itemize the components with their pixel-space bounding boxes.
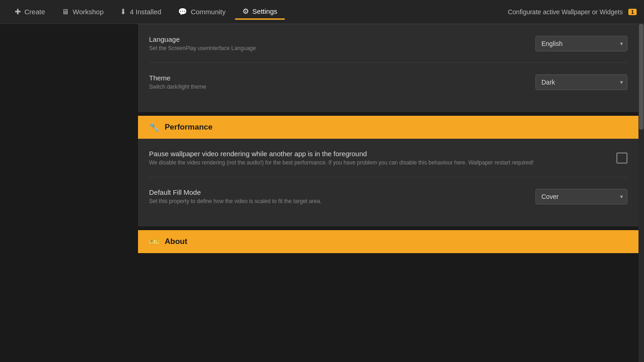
scrollbar-track[interactable] xyxy=(638,24,644,362)
pause-title: Pause wallpaper video rendering while an… xyxy=(149,150,605,158)
performance-title: Performance xyxy=(165,123,213,132)
left-sidebar-area xyxy=(0,24,138,362)
about-panel: 🎫 About xyxy=(138,230,638,253)
nav-workshop-label: Workshop xyxy=(73,8,104,16)
language-row: Language Set the ScreenPlay userinterfac… xyxy=(149,24,627,63)
fill-mode-select[interactable]: Cover Contain Stretch Tile xyxy=(535,189,627,204)
theme-label-group: Theme Switch dark/light theme xyxy=(149,74,206,90)
fill-mode-description: Set this property to define how the vide… xyxy=(149,198,322,204)
configure-badge[interactable]: 1 xyxy=(628,9,637,15)
workshop-icon: 🖥 xyxy=(62,8,69,16)
language-select[interactable]: English German French Spanish xyxy=(535,36,627,51)
theme-row: Theme Switch dark/light theme Dark Light… xyxy=(149,63,627,101)
community-icon: 💬 xyxy=(178,7,187,16)
nav-workshop[interactable]: 🖥 Workshop xyxy=(54,5,111,19)
language-select-wrapper: English German French Spanish ▾ xyxy=(535,36,627,51)
nav-create-label: Create xyxy=(24,8,45,16)
create-icon: ✚ xyxy=(15,7,21,16)
fill-mode-row: Default Fill Mode Set this property to d… xyxy=(149,177,627,215)
performance-icon: 🔧 xyxy=(149,122,159,132)
nav-right: Configurate active Wallpaper or Widgets … xyxy=(508,8,637,16)
general-settings-section: Language Set the ScreenPlay userinterfac… xyxy=(138,24,638,112)
nav-installed[interactable]: ⬇ 4 Installed xyxy=(113,5,168,19)
performance-header: 🔧 Performance xyxy=(138,116,638,139)
about-header: 🎫 About xyxy=(138,230,638,253)
nav-installed-label: 4 Installed xyxy=(130,8,161,16)
nav-create[interactable]: ✚ Create xyxy=(7,5,52,19)
installed-icon: ⬇ xyxy=(120,7,126,16)
settings-icon: ⚙ xyxy=(242,7,249,16)
performance-panel: 🔧 Performance Pause wallpaper video rend… xyxy=(138,116,638,226)
navbar: ✚ Create 🖥 Workshop ⬇ 4 Installed 💬 Comm… xyxy=(0,0,644,24)
about-title: About xyxy=(165,237,187,246)
performance-settings-section: Pause wallpaper video rendering while an… xyxy=(138,139,638,226)
general-settings-panel: Language Set the ScreenPlay userinterfac… xyxy=(138,24,638,112)
pause-checkbox[interactable] xyxy=(616,153,627,164)
pause-label-group: Pause wallpaper video rendering while an… xyxy=(149,150,616,166)
language-title: Language xyxy=(149,35,256,43)
language-description: Set the ScreenPlay userinterface Languag… xyxy=(149,45,256,51)
theme-select[interactable]: Dark Light xyxy=(535,74,627,90)
nav-items: ✚ Create 🖥 Workshop ⬇ 4 Installed 💬 Comm… xyxy=(7,4,508,20)
pause-row: Pause wallpaper video rendering while an… xyxy=(149,139,627,177)
pause-description: We disable the video rendering (not the … xyxy=(149,159,605,166)
theme-description: Switch dark/light theme xyxy=(149,84,206,90)
fill-mode-label-group: Default Fill Mode Set this property to d… xyxy=(149,188,322,204)
fill-mode-select-wrapper: Cover Contain Stretch Tile ▾ xyxy=(535,189,627,204)
scrollbar-thumb[interactable] xyxy=(639,24,644,130)
theme-title: Theme xyxy=(149,74,206,82)
settings-area: Language Set the ScreenPlay userinterfac… xyxy=(138,24,638,362)
configure-label: Configurate active Wallpaper or Widgets xyxy=(508,8,623,16)
main-content: Language Set the ScreenPlay userinterfac… xyxy=(0,24,644,362)
nav-settings-label: Settings xyxy=(253,7,277,15)
nav-community-label: Community xyxy=(191,8,226,16)
theme-select-wrapper: Dark Light ▾ xyxy=(535,74,627,90)
about-icon: 🎫 xyxy=(149,237,159,247)
fill-mode-title: Default Fill Mode xyxy=(149,188,322,196)
language-label-group: Language Set the ScreenPlay userinterfac… xyxy=(149,35,256,51)
nav-settings[interactable]: ⚙ Settings xyxy=(235,4,285,20)
nav-community[interactable]: 💬 Community xyxy=(171,5,233,19)
